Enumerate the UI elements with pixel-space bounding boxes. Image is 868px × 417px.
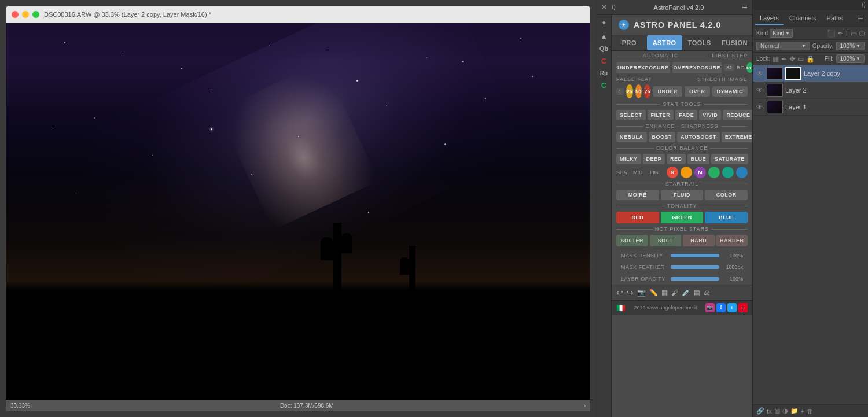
- fluid-btn[interactable]: FLUID: [661, 190, 704, 200]
- icon-mountain[interactable]: ▲: [600, 32, 608, 40]
- blend-mode-dropdown[interactable]: Normal ▼: [756, 42, 810, 50]
- pencil-icon[interactable]: ✏️: [649, 289, 658, 297]
- close-button[interactable]: [12, 11, 19, 18]
- lock-image-icon[interactable]: ✒: [781, 55, 787, 63]
- panel-close[interactable]: ✕: [601, 3, 606, 11]
- fade-btn[interactable]: FADE: [675, 110, 697, 120]
- icon-c1[interactable]: C: [601, 57, 606, 65]
- layers-tab-channels[interactable]: Channels: [785, 12, 821, 25]
- layer-new-icon[interactable]: +: [801, 408, 804, 415]
- dot-red-btn[interactable]: R: [667, 167, 678, 178]
- facebook-icon[interactable]: f: [716, 303, 726, 312]
- layer-item-layer1[interactable]: 👁 Layer 1: [753, 99, 868, 116]
- blue-btn[interactable]: BLUE: [687, 154, 710, 164]
- kind-filter-pixel[interactable]: ⬛: [827, 29, 836, 38]
- ff-btn-25[interactable]: 25: [626, 84, 632, 98]
- balance-icon[interactable]: ⚖: [704, 289, 710, 297]
- layer-item-layer2copy[interactable]: 👁 Layer 2 copy: [753, 65, 868, 82]
- fill-input[interactable]: 100% ▼: [836, 54, 865, 63]
- layer2-visibility[interactable]: 👁: [756, 86, 764, 94]
- lock-all-icon[interactable]: 🔒: [806, 55, 815, 63]
- instagram-icon[interactable]: 📷: [705, 303, 715, 312]
- red-btn[interactable]: RED: [667, 154, 686, 164]
- opacity-input[interactable]: 100% ▼: [836, 42, 865, 50]
- panel-expand[interactable]: ⟩⟩: [611, 3, 616, 11]
- soft-btn[interactable]: SOFT: [650, 235, 682, 246]
- filter-btn[interactable]: FILTER: [648, 110, 674, 120]
- tonality-red-btn[interactable]: RED: [616, 212, 659, 223]
- layer-item-layer2[interactable]: 👁 Layer 2: [753, 82, 868, 99]
- minimize-button[interactable]: [22, 11, 29, 18]
- layer-folder-icon[interactable]: 📁: [790, 407, 799, 415]
- dynamic-btn[interactable]: DYNAMIC: [712, 86, 748, 97]
- layer-delete-icon[interactable]: 🗑: [807, 408, 813, 415]
- pinterest-icon[interactable]: p: [738, 303, 748, 312]
- reduce-btn[interactable]: REDUCE: [723, 110, 752, 120]
- vivid-btn[interactable]: VIVID: [699, 110, 721, 120]
- layers-tab-paths[interactable]: Paths: [822, 12, 848, 25]
- color-trail-btn[interactable]: COLOR: [705, 190, 748, 200]
- layer-mask-icon[interactable]: ▨: [774, 407, 780, 415]
- select-btn[interactable]: SELECT: [616, 110, 646, 120]
- dot-magenta-btn[interactable]: M: [694, 167, 706, 178]
- tonality-green-btn[interactable]: GREEN: [661, 212, 704, 223]
- redo-icon[interactable]: ↪: [627, 288, 634, 297]
- autoboost-btn[interactable]: AUTOBOOST: [677, 132, 720, 142]
- under-btn[interactable]: UNDER: [653, 86, 682, 97]
- dot-green-btn[interactable]: [708, 167, 720, 178]
- lock-position-icon[interactable]: ✥: [789, 55, 795, 63]
- nebula-btn[interactable]: NEBULA: [616, 132, 647, 142]
- moire-btn[interactable]: MOIRÉ: [616, 190, 659, 200]
- dot-blue-btn[interactable]: [736, 167, 748, 178]
- layer2copy-visibility[interactable]: 👁: [756, 69, 764, 78]
- underexposure-btn[interactable]: UNDEREXPOSURE: [616, 62, 670, 73]
- kind-filter-smart[interactable]: ⬡: [859, 29, 865, 38]
- brush-icon[interactable]: 🖌: [671, 289, 678, 297]
- maximize-button[interactable]: [32, 11, 39, 18]
- layer-link-icon[interactable]: 🔗: [756, 407, 764, 415]
- eyedropper-icon[interactable]: 💉: [682, 289, 690, 297]
- overexposure-btn[interactable]: OVEREXPOSURE: [672, 62, 722, 73]
- camera-icon[interactable]: 📷: [637, 289, 646, 297]
- kind-filter-adjust[interactable]: ✒: [837, 29, 843, 38]
- icon-q[interactable]: Qb: [599, 45, 608, 52]
- dot-cyan-btn[interactable]: [722, 167, 734, 178]
- extreme-btn[interactable]: EXTREME: [722, 132, 752, 142]
- dot-yellow-btn[interactable]: [681, 167, 692, 178]
- histogram-icon[interactable]: ▦: [661, 289, 668, 297]
- milky-btn[interactable]: MILKY: [616, 154, 641, 164]
- layer-opacity-track[interactable]: [671, 277, 719, 281]
- ff-btn-50[interactable]: 50: [635, 84, 642, 98]
- layer-adjustment-icon[interactable]: ◑: [782, 407, 788, 415]
- saturate-btn[interactable]: SATURATE: [711, 154, 748, 164]
- boost-btn[interactable]: BOOST: [649, 132, 676, 142]
- layers-tab-layers[interactable]: Layers: [755, 12, 784, 25]
- kind-dropdown[interactable]: Kind ▼: [770, 29, 793, 38]
- tab-tools[interactable]: TOOLS: [682, 35, 718, 50]
- hard-btn[interactable]: HARD: [683, 235, 715, 246]
- tab-pro[interactable]: PRO: [612, 35, 647, 50]
- undo-icon[interactable]: ↩: [616, 288, 623, 297]
- deep-btn[interactable]: DEEP: [643, 154, 665, 164]
- tonality-blue-btn[interactable]: BLUE: [705, 212, 748, 223]
- mask-density-track[interactable]: [671, 254, 719, 257]
- icon-rp[interactable]: Rp: [600, 70, 608, 76]
- layer-fx-icon[interactable]: fx: [767, 408, 772, 415]
- lock-artboard-icon[interactable]: ▭: [797, 55, 804, 63]
- harder-btn[interactable]: HARDER: [716, 235, 748, 246]
- lock-transparent-icon[interactable]: ▦: [773, 55, 779, 63]
- layer1-visibility[interactable]: 👁: [756, 103, 764, 111]
- panel-menu[interactable]: ☰: [742, 3, 748, 11]
- tab-fusion[interactable]: FUSION: [717, 35, 752, 50]
- kind-filter-type[interactable]: T: [845, 29, 849, 38]
- tab-astro[interactable]: ASTRO: [647, 35, 682, 50]
- twitter-icon[interactable]: t: [727, 303, 737, 312]
- mask-feather-track[interactable]: [671, 265, 719, 269]
- icon-star[interactable]: ✦: [601, 19, 607, 27]
- grid-icon[interactable]: ▤: [694, 289, 700, 297]
- layers-panel-collapse[interactable]: ⟩⟩: [861, 1, 866, 9]
- ff-btn-75[interactable]: 75: [644, 84, 650, 98]
- over-btn[interactable]: OVER: [685, 86, 710, 97]
- kind-filter-shape[interactable]: ▭: [851, 29, 857, 38]
- layers-panel-menu[interactable]: ☰: [855, 12, 866, 25]
